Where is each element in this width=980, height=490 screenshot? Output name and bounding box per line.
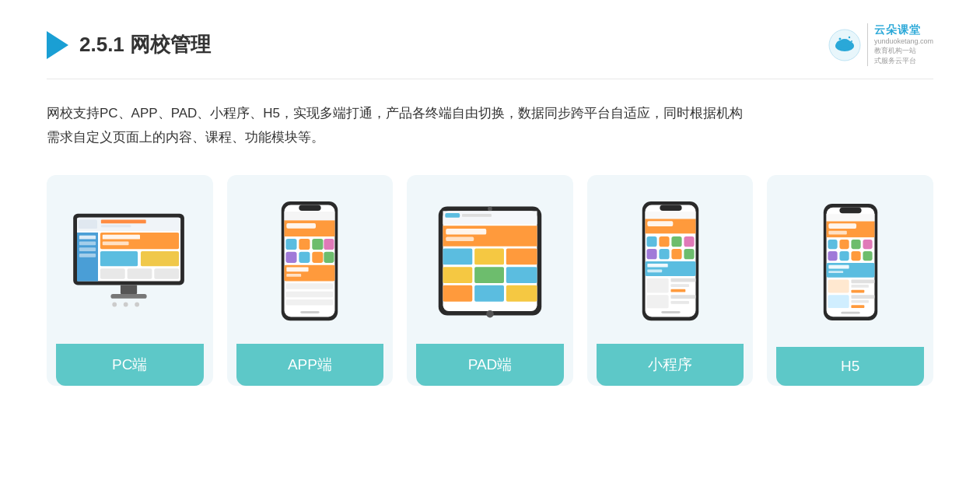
svg-rect-45	[324, 252, 334, 263]
svg-rect-11	[79, 219, 97, 229]
svg-rect-108	[828, 251, 837, 261]
svg-rect-47	[287, 268, 309, 272]
page-wrapper: 2.5.1 网校管理 云朵课堂 yunduoketang.com	[0, 0, 980, 490]
page-title: 2.5.1 网校管理	[79, 31, 211, 58]
svg-rect-118	[851, 290, 864, 293]
logo-triangle-icon	[47, 31, 68, 59]
svg-rect-61	[446, 236, 474, 241]
header-left: 2.5.1 网校管理	[47, 31, 211, 59]
svg-rect-44	[313, 252, 324, 263]
svg-rect-81	[684, 236, 694, 247]
svg-rect-103	[828, 231, 846, 235]
svg-rect-83	[659, 249, 669, 259]
svg-point-71	[486, 310, 493, 317]
svg-rect-16	[79, 241, 96, 245]
svg-rect-38	[286, 239, 297, 250]
svg-rect-105	[839, 240, 849, 249]
svg-rect-90	[670, 278, 695, 282]
svg-rect-87	[647, 264, 667, 268]
svg-rect-58	[462, 214, 492, 217]
svg-rect-111	[863, 251, 872, 261]
svg-rect-40	[313, 239, 324, 250]
svg-rect-96	[661, 311, 680, 313]
svg-rect-48	[287, 274, 302, 277]
svg-rect-65	[443, 267, 472, 283]
svg-rect-56	[443, 211, 537, 224]
svg-rect-92	[670, 289, 685, 292]
card-h5-label: H5	[776, 347, 924, 386]
svg-point-6	[849, 36, 850, 37]
svg-rect-37	[287, 223, 317, 229]
svg-rect-82	[646, 249, 656, 259]
svg-rect-66	[474, 267, 504, 283]
svg-rect-35	[285, 212, 335, 220]
card-app-label: APP端	[236, 344, 384, 386]
svg-rect-68	[443, 285, 472, 302]
pad-tablet-icon	[436, 202, 544, 323]
svg-rect-15	[79, 236, 96, 240]
mini-phone-icon	[639, 200, 702, 324]
svg-rect-110	[851, 251, 860, 261]
svg-rect-115	[828, 279, 849, 292]
svg-rect-102	[828, 223, 856, 229]
card-pc: PC端	[47, 175, 213, 386]
svg-rect-77	[647, 222, 673, 227]
svg-rect-23	[141, 251, 179, 266]
svg-rect-69	[474, 285, 504, 302]
pc-image-area	[56, 191, 204, 334]
svg-rect-104	[828, 240, 837, 249]
svg-rect-80	[671, 236, 681, 247]
svg-rect-25	[128, 268, 152, 279]
svg-rect-123	[841, 312, 859, 314]
pad-image-area	[416, 191, 564, 334]
svg-rect-100	[826, 214, 874, 221]
svg-rect-13	[101, 225, 131, 227]
header: 2.5.1 网校管理 云朵课堂 yunduoketang.com	[47, 23, 933, 79]
app-image-area	[236, 191, 384, 334]
cards-container: PC端	[47, 175, 933, 386]
svg-rect-121	[851, 300, 869, 303]
svg-rect-67	[506, 267, 537, 283]
svg-rect-70	[506, 285, 537, 302]
svg-rect-113	[828, 265, 849, 269]
svg-rect-78	[646, 236, 656, 247]
svg-rect-116	[851, 279, 874, 283]
svg-point-4	[839, 39, 850, 47]
svg-point-31	[135, 302, 140, 306]
svg-rect-117	[851, 285, 869, 288]
h5-image-area	[776, 191, 924, 334]
svg-rect-12	[101, 219, 146, 223]
svg-rect-17	[79, 247, 96, 251]
card-app: APP端	[227, 175, 394, 386]
h5-phone-icon	[821, 202, 880, 323]
svg-rect-21	[103, 241, 129, 245]
brand-logo: 云朵课堂 yunduoketang.com 教育机构一站式服务云平台	[828, 23, 933, 66]
svg-rect-28	[111, 294, 147, 299]
svg-rect-75	[645, 212, 695, 219]
brand-url: yunduoketang.com	[874, 37, 933, 45]
description: 网校支持PC、APP、PAD、小程序、H5，实现多端打通，产品各终端自由切换，数…	[47, 101, 933, 150]
svg-rect-119	[828, 295, 849, 308]
svg-rect-99	[839, 208, 861, 214]
svg-rect-88	[647, 270, 662, 273]
svg-rect-26	[155, 268, 180, 279]
svg-rect-122	[851, 305, 864, 308]
svg-point-30	[124, 302, 128, 306]
svg-point-5	[838, 37, 841, 40]
card-mini-label: 小程序	[597, 344, 744, 386]
svg-rect-85	[684, 249, 694, 259]
mini-image-area	[597, 191, 744, 334]
svg-rect-60	[446, 229, 486, 235]
svg-rect-79	[659, 236, 669, 247]
svg-rect-49	[286, 284, 334, 290]
card-pc-label: PC端	[56, 344, 204, 386]
brand-slogan: 教育机构一站式服务云平台	[874, 46, 916, 66]
svg-rect-43	[299, 252, 310, 263]
svg-rect-42	[286, 252, 297, 263]
svg-rect-39	[299, 239, 310, 250]
svg-rect-109	[839, 251, 849, 261]
svg-rect-74	[660, 205, 681, 212]
svg-rect-62	[443, 248, 472, 264]
svg-rect-50	[286, 292, 334, 298]
card-miniprogram: 小程序	[587, 175, 754, 386]
